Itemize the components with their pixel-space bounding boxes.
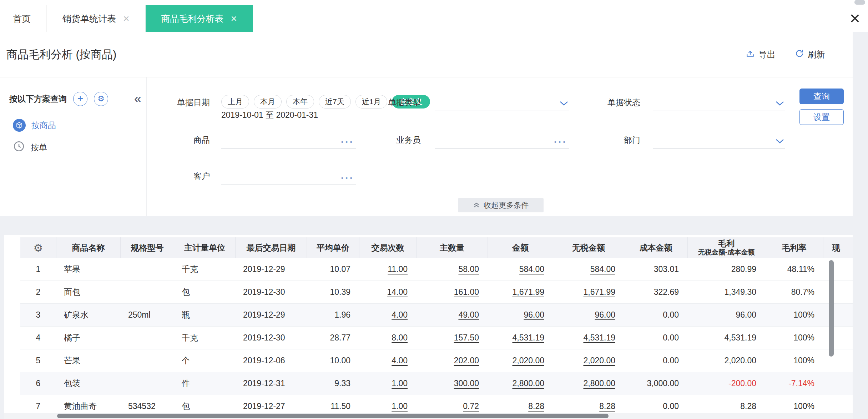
cell-truncated xyxy=(823,258,853,281)
tab-gross-profit[interactable]: 商品毛利分析表 × xyxy=(146,5,253,32)
collapse-panel-icon[interactable]: « xyxy=(134,92,141,105)
table-row[interactable]: 3 矿泉水 250ml 瓶 2019-12-29 1.96 4.00 49.00… xyxy=(20,304,853,327)
amount-link[interactable]: 4,531.19 xyxy=(512,333,544,343)
cell-product-name: 包装 xyxy=(56,372,120,395)
count-link[interactable]: 11.00 xyxy=(388,264,408,274)
cell-count: 11.00 xyxy=(359,258,416,281)
table-row[interactable]: 1 苹果 千克 2019-12-29 10.07 11.00 58.00 584… xyxy=(20,258,853,281)
cell-truncated xyxy=(823,281,853,303)
table-row[interactable]: 6 包装 件 2019-12-31 9.33 1.00 300.00 2,800… xyxy=(20,372,853,395)
table-row[interactable]: 4 橘子 千克 2019-12-30 28.77 8.00 157.50 4,5… xyxy=(20,327,853,349)
taxfree-link[interactable]: 96.00 xyxy=(595,310,615,320)
cell-truncated xyxy=(823,304,853,326)
date-quick-this-year[interactable]: 本年 xyxy=(286,95,314,108)
cell-taxfree: 2,020.00 xyxy=(553,349,624,372)
tab-close-icon[interactable]: × xyxy=(123,13,130,24)
tab-sales-stats[interactable]: 销货单统计表 × xyxy=(47,5,146,32)
header-unit: 主计量单位 xyxy=(174,237,235,258)
cell-profit: 4,531.19 xyxy=(687,327,765,349)
row-index: 2 xyxy=(20,281,56,303)
refresh-button[interactable]: 刷新 xyxy=(795,49,825,60)
qty-link[interactable]: 0.72 xyxy=(463,402,479,411)
qty-link[interactable]: 58.00 xyxy=(458,264,479,274)
cell-spec xyxy=(120,327,174,349)
horizontal-scrollbar[interactable] xyxy=(57,414,609,418)
taxfree-link[interactable]: 4,531.19 xyxy=(583,333,615,343)
ellipsis-icon[interactable]: ··· xyxy=(554,136,567,148)
amount-link[interactable]: 8.28 xyxy=(528,402,544,411)
count-link[interactable]: 4.00 xyxy=(392,310,408,320)
ellipsis-icon[interactable]: ··· xyxy=(341,136,354,148)
count-link[interactable]: 14.00 xyxy=(387,287,408,297)
page-scrollbar[interactable] xyxy=(854,0,865,5)
department-select[interactable] xyxy=(653,132,785,149)
window-close-icon[interactable]: × xyxy=(850,9,860,27)
salesman-filter-label: 业务员 xyxy=(374,135,421,146)
gear-icon: ⚙ xyxy=(97,95,105,103)
column-settings-button[interactable]: ⚙ xyxy=(20,237,56,258)
table-rows: 1 苹果 千克 2019-12-29 10.07 11.00 58.00 584… xyxy=(20,258,853,418)
salesman-input[interactable]: ··· xyxy=(435,132,569,149)
settings-button[interactable]: 设置 xyxy=(799,109,844,125)
qty-link[interactable]: 49.00 xyxy=(458,310,479,320)
scheme-item-by-product[interactable]: 按商品 xyxy=(13,119,56,132)
customer-input[interactable]: ··· xyxy=(221,168,356,185)
date-quick-last-month[interactable]: 上月 xyxy=(221,95,249,108)
taxfree-link[interactable]: 584.00 xyxy=(590,264,615,274)
cell-last-date: 2019-12-30 xyxy=(235,281,307,303)
vertical-scrollbar[interactable] xyxy=(829,260,834,357)
cell-truncated xyxy=(823,349,853,372)
plus-icon: + xyxy=(77,94,83,104)
cell-cost: 0.00 xyxy=(624,327,687,349)
gear-icon: ⚙ xyxy=(34,242,43,254)
scheme-item-label: 按单 xyxy=(31,142,47,153)
cell-qty: 157.50 xyxy=(416,327,488,349)
ellipsis-icon[interactable]: ··· xyxy=(341,172,354,184)
cell-cost: 303.01 xyxy=(624,258,687,281)
date-quick-this-month[interactable]: 本月 xyxy=(254,95,282,108)
count-link[interactable]: 1.00 xyxy=(392,402,408,411)
amount-link[interactable]: 584.00 xyxy=(519,264,544,274)
cell-margin: 80.7% xyxy=(765,281,823,303)
qty-link[interactable]: 300.00 xyxy=(454,379,479,388)
header-truncated: 现 xyxy=(823,237,853,258)
qty-link[interactable]: 157.50 xyxy=(454,333,479,343)
taxfree-link[interactable]: 1,671.99 xyxy=(583,287,615,297)
cell-taxfree: 4,531.19 xyxy=(553,327,624,349)
count-link[interactable]: 1.00 xyxy=(392,379,408,388)
doc-type-select[interactable] xyxy=(435,95,569,111)
table-row[interactable]: 2 面包 包 2019-12-30 10.39 14.00 161.00 1,6… xyxy=(20,281,853,304)
doc-status-select[interactable] xyxy=(653,95,785,111)
qty-link[interactable]: 202.00 xyxy=(454,356,479,365)
qty-link[interactable]: 161.00 xyxy=(454,287,479,297)
taxfree-link[interactable]: 2,020.00 xyxy=(583,356,615,365)
product-input[interactable]: ··· xyxy=(221,132,356,149)
date-quick-7-days[interactable]: 近7天 xyxy=(319,95,351,108)
date-range-value[interactable]: 2019-10-01 至 2020-01-31 xyxy=(221,110,318,121)
customer-filter-label: 客户 xyxy=(163,171,210,182)
taxfree-link[interactable]: 2,800.00 xyxy=(583,379,615,388)
tab-close-icon[interactable]: × xyxy=(231,13,237,24)
app-screen: 首页 销货单统计表 × 商品毛利分析表 × × 商品毛利分析 (按商品) 导出 xyxy=(0,0,868,419)
scheme-item-by-order[interactable]: 按单 xyxy=(13,140,47,155)
amount-link[interactable]: 96.00 xyxy=(524,310,544,320)
taxfree-link[interactable]: 8.28 xyxy=(599,402,615,411)
amount-link[interactable]: 2,800.00 xyxy=(512,379,544,388)
header-count: 交易次数 xyxy=(359,237,416,258)
cell-avg-price: 1.96 xyxy=(307,304,359,326)
count-link[interactable]: 8.00 xyxy=(392,333,408,343)
export-button[interactable]: 导出 xyxy=(746,49,776,60)
table-row[interactable]: 5 芒果 个 2019-12-06 10.00 4.00 202.00 2,02… xyxy=(20,349,853,372)
scheme-settings-button[interactable]: ⚙ xyxy=(94,92,108,106)
query-button[interactable]: 查询 xyxy=(799,89,844,104)
cell-taxfree: 1,671.99 xyxy=(553,281,624,303)
cell-product-name: 矿泉水 xyxy=(56,304,120,326)
collapse-conditions-button[interactable]: 收起更多条件 xyxy=(458,198,544,212)
cell-cost: 3,000.00 xyxy=(624,372,687,395)
department-filter-label: 部门 xyxy=(594,135,640,146)
tab-home[interactable]: 首页 xyxy=(0,5,47,32)
amount-link[interactable]: 2,020.00 xyxy=(512,356,544,365)
count-link[interactable]: 4.00 xyxy=(392,356,408,365)
amount-link[interactable]: 1,671.99 xyxy=(512,287,544,297)
add-scheme-button[interactable]: + xyxy=(73,92,87,106)
